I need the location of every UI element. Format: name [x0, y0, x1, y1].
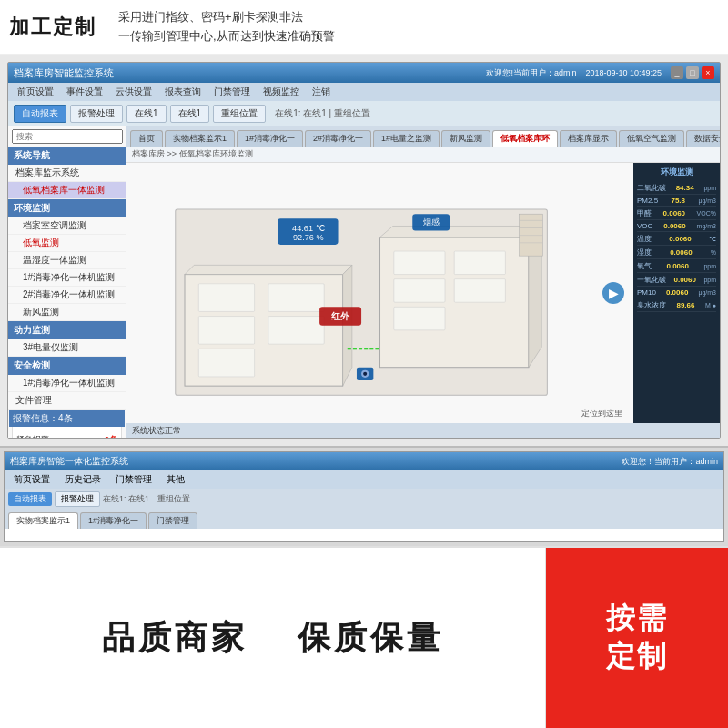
- sidebar-item-archive[interactable]: 档案库监示系统: [8, 165, 126, 182]
- sw2-tab-purify[interactable]: 1#消毒净化一: [80, 512, 147, 529]
- nav-item-cloud[interactable]: 云供设置: [110, 85, 157, 99]
- nav-item-door[interactable]: 门禁管理: [208, 85, 256, 99]
- sidebar-header-env: 环境监测: [8, 199, 126, 217]
- banner-line2: 一传输到管理中心,从而达到快速准确预警: [118, 27, 719, 46]
- toolbar-btn-reset[interactable]: 重组位置: [213, 105, 266, 123]
- env-humid-label: 湿度: [637, 248, 652, 258]
- minimize-button[interactable]: _: [671, 66, 683, 79]
- env-odor-label: 臭水浓度: [637, 300, 666, 310]
- bottom-banner: 品质商家 保质保量 按需 定制: [0, 546, 728, 728]
- env-temp-label: 温度: [637, 234, 652, 244]
- env-panel: 环境监测 二氧化碳 84.34 ppm PM2.5 75.8 μg/m3: [633, 163, 720, 423]
- toolbar-btn-online1[interactable]: 在线1: [126, 105, 167, 123]
- sidebar-item-power3[interactable]: 3#电量仪监测: [8, 339, 126, 357]
- sidebar-item-ac[interactable]: 档案室空调监测: [8, 217, 126, 235]
- sw-window-1: 档案库房智能监控系统 欢迎您!当前用户：admin 2018-09-10 10:…: [7, 62, 721, 439]
- tab-physical[interactable]: 实物档案监示1: [165, 130, 235, 147]
- nav-item-config[interactable]: 前页设置: [12, 85, 59, 99]
- close-button[interactable]: ×: [702, 66, 714, 79]
- sidebar-item-files[interactable]: 文件管理: [8, 392, 126, 410]
- sw2-online-status: 在线1: 在线1: [103, 493, 149, 505]
- sw-statusbar: 系统状态正常: [126, 423, 720, 438]
- sw2-nav-door[interactable]: 门禁管理: [110, 472, 157, 487]
- sw2-body: [5, 529, 723, 541]
- sw2-nav-config[interactable]: 前页设置: [8, 472, 56, 487]
- banner-line1: 采用进门指纹、密码+刷卡探测非法: [118, 8, 719, 27]
- toolbar-btn-alarm[interactable]: 报警处理: [70, 105, 123, 123]
- sidebar-item-purify1[interactable]: 1#消毒净化一体机监测: [8, 269, 126, 287]
- map-label: 定位到这里: [581, 408, 622, 420]
- sw2-tab-door[interactable]: 门禁管理: [148, 512, 197, 529]
- env-form: 甲醛 0.0060 VOC%: [637, 207, 716, 220]
- sw-map-area: 44.61 ℃ 92.76 % 红外 烟感: [126, 163, 633, 423]
- tab-lowox[interactable]: 低氧档案库环: [492, 130, 558, 147]
- bottom-guarantee-label: 保质保量: [298, 619, 443, 656]
- tab-purify1[interactable]: 1#消毒净化一: [237, 130, 303, 147]
- env-pm25-unit: μg/m3: [698, 197, 716, 204]
- sidebar-item-sec-purify[interactable]: 1#消毒净化一体机监测: [8, 375, 126, 392]
- env-humid-unit: %: [711, 249, 716, 256]
- top-banner-text: 采用进门指纹、密码+刷卡探测非法 一传输到管理中心,从而达到快速准确预警: [100, 8, 719, 46]
- nav-next-arrow[interactable]: ▶: [602, 282, 624, 304]
- sw-navbar: 前页设置 事件设置 云供设置 报表查询 门禁管理 视频监控 注销: [8, 83, 720, 101]
- env-pm10-value: 0.0060: [666, 288, 688, 297]
- alert-urgent: 紧急报警： 0条: [16, 433, 117, 438]
- top-banner: 加工定制 采用进门指纹、密码+刷卡探测非法 一传输到管理中心,从而达到快速准确预…: [0, 0, 728, 55]
- tab-fresh[interactable]: 新风监测: [441, 130, 490, 147]
- bottom-right-badge: 按需 定制: [546, 548, 728, 728]
- sw2-tab-physical[interactable]: 实物档案监示1: [8, 512, 78, 529]
- tab-home[interactable]: 首页: [130, 130, 163, 147]
- svg-rect-9: [268, 317, 324, 345]
- sw-main: 系统导航 档案库监示系统 低氧档案库一体监测 环境监测 档案室空调监测 低氧监测…: [8, 126, 720, 438]
- floorplan-wrapper: 44.61 ℃ 92.76 % 红外 烟感: [126, 163, 633, 423]
- nav-item-logout[interactable]: 注销: [307, 85, 336, 99]
- svg-text:44.61  ℃: 44.61 ℃: [292, 224, 325, 233]
- tab-display[interactable]: 档案库显示: [560, 130, 617, 147]
- svg-marker-3: [185, 265, 352, 274]
- env-form-unit: VOC%: [697, 210, 716, 217]
- tab-purify2[interactable]: 2#消毒净化一: [305, 130, 371, 147]
- sw2-nav-other[interactable]: 其他: [161, 472, 190, 487]
- env-co2-unit: ppm: [703, 185, 716, 191]
- env-pm10-label: PM10: [637, 288, 656, 297]
- bottom-text-line1: 品质商家 保质保量: [102, 617, 442, 660]
- env-pm25-label: PM2.5: [637, 197, 658, 205]
- sidebar-item-fresh[interactable]: 新风监测: [8, 304, 126, 321]
- sw2-btn-alarm[interactable]: 报警处理: [55, 491, 100, 507]
- alert-urgent-count: 0条: [105, 434, 117, 438]
- env-voc-unit: mg/m3: [697, 223, 716, 229]
- sw-titlebar: 档案库房智能监控系统 欢迎您!当前用户：admin 2018-09-10 10:…: [8, 63, 720, 83]
- alert-list: 紧急报警： 0条 严重报警： 1条 主要报警： 23条 次要报警：: [13, 430, 121, 438]
- toolbar-btn-auto[interactable]: 自动报表: [14, 105, 66, 123]
- tab-power[interactable]: 1#电量之监测: [373, 130, 440, 147]
- sidebar-item-humid[interactable]: 温湿度一体监测: [8, 252, 126, 269]
- sw2-btn-auto[interactable]: 自动报表: [8, 492, 52, 506]
- sidebar-item-ox[interactable]: 低氧监测: [8, 235, 126, 252]
- nav-item-report[interactable]: 报表查询: [159, 85, 207, 99]
- svg-rect-17: [454, 279, 505, 303]
- env-voc: VOC 0.0060 mg/m3: [637, 221, 716, 232]
- tab-lowox-air[interactable]: 低氧空气监测: [619, 130, 684, 147]
- env-voc-label: VOC: [637, 222, 652, 230]
- env-co2: 二氧化碳 84.34 ppm: [637, 182, 716, 195]
- nav-item-event[interactable]: 事件设置: [61, 85, 108, 99]
- env-pm25-value: 75.8: [671, 197, 685, 205]
- badge-line1: 按需: [606, 602, 668, 634]
- sw2-nav-history[interactable]: 历史记录: [59, 472, 106, 487]
- svg-rect-15: [394, 307, 445, 330]
- nav-item-video[interactable]: 视频监控: [258, 85, 305, 99]
- sidebar-item-purify2[interactable]: 2#消毒净化一体机监测: [8, 287, 126, 304]
- software-screenshot-2: 档案库房智能一体化监控系统 欢迎您！当前用户：admin 前页设置 历史记录 门…: [0, 446, 728, 546]
- alert-urgent-label: 紧急报警：: [16, 434, 57, 438]
- maximize-button[interactable]: □: [686, 66, 699, 79]
- alert-header: 报警信息：4条: [9, 410, 125, 427]
- tab-data-sec[interactable]: 数据安全监测: [686, 130, 720, 147]
- sw-datetime: 2018-09-10 10:49:25: [585, 68, 662, 77]
- sw-user-info: 欢迎您!当前用户：admin: [486, 67, 576, 79]
- toolbar-btn-online2[interactable]: 在线1: [170, 105, 210, 123]
- sidebar-search[interactable]: [12, 129, 123, 144]
- sidebar-item-lowox[interactable]: 低氧档案库一体监测: [8, 182, 126, 199]
- svg-rect-16: [454, 251, 505, 275]
- sw-toolbar: 自动报表 报警处理 在线1 在线1 重组位置 在线1: 在线1 | 重组位置: [8, 101, 720, 126]
- env-oxygen-unit: ppm: [703, 263, 716, 269]
